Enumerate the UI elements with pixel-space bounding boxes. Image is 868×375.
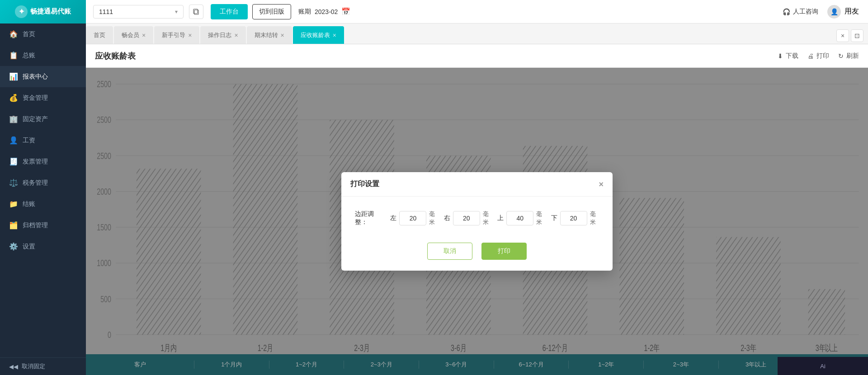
ledger-icon: 📋 <box>9 51 18 60</box>
top-margin-input[interactable] <box>506 211 533 225</box>
tab-label: 应收账龄表 <box>301 31 330 39</box>
sidebar-item-payroll[interactable]: 👤 工资 <box>0 130 86 151</box>
sidebar-item-reports[interactable]: 📊 报表中心 <box>0 66 86 87</box>
sidebar-item-ledger[interactable]: 📋 总账 <box>0 45 86 66</box>
print-label: 打印 <box>816 52 829 60</box>
sidebar-item-archive[interactable]: 🗂️ 归档管理 <box>0 215 86 236</box>
refresh-icon: ↻ <box>838 52 844 60</box>
user-area[interactable]: 👤 用友 <box>827 5 859 19</box>
workbench-button[interactable]: 工作台 <box>211 4 248 19</box>
pin-icon: ◀◀ <box>9 363 18 370</box>
home-icon: 🏠 <box>9 30 18 38</box>
tab-close-icon[interactable]: × <box>142 32 146 39</box>
support-button[interactable]: 🎧 人工咨询 <box>783 8 818 16</box>
collapse-label: 取消固定 <box>22 362 45 370</box>
margin-bottom-group: 下 毫米 <box>551 210 599 226</box>
margin-label: 边距调整： <box>355 210 385 226</box>
logo-area: ✦ 畅捷通易代账 <box>0 0 86 23</box>
tax-icon: ⚖️ <box>9 178 18 187</box>
ai-assistant-bar[interactable]: Ai <box>778 357 868 375</box>
tab-label: 畅会员 <box>122 31 139 39</box>
sidebar-item-label: 设置 <box>23 243 35 251</box>
period-area: 账期 2023-02 📅 <box>298 7 350 16</box>
page-title: 应收账龄表 <box>95 51 136 61</box>
sidebar-item-invoice[interactable]: 🧾 发票管理 <box>0 151 86 172</box>
sidebar-item-label: 归档管理 <box>23 221 48 230</box>
margin-settings-row: 边距调整： 左 毫米 右 毫米 <box>355 210 599 226</box>
margin-left-group: 左 毫米 <box>390 210 438 226</box>
payroll-icon: 👤 <box>9 136 18 145</box>
calendar-icon[interactable]: 📅 <box>341 7 350 16</box>
copy-button[interactable] <box>189 5 203 19</box>
invoice-icon: 🧾 <box>9 157 18 166</box>
tab-bar: 首页 畅会员 × 新手引导 × 操作日志 × 期末结转 × 应收账龄表 × <box>86 23 868 44</box>
sidebar-item-label: 结账 <box>23 200 35 208</box>
bottom-label: 下 <box>551 214 557 222</box>
left-unit: 毫米 <box>429 210 438 226</box>
tab-actions: × ⊡ <box>836 29 868 44</box>
old-version-button[interactable]: 切到旧版 <box>252 4 291 19</box>
sidebar-item-label: 发票管理 <box>23 158 48 166</box>
sidebar-item-label: 报表中心 <box>23 73 48 81</box>
tab-oplog[interactable]: 操作日志 × <box>200 26 245 44</box>
sidebar: 🏠 首页 📋 总账 📊 报表中心 💰 资金管理 🏢 固定资产 👤 工资 <box>0 23 86 375</box>
sidebar-item-label: 首页 <box>23 30 35 38</box>
company-name: 1111 <box>99 8 171 15</box>
user-name: 用友 <box>844 7 859 16</box>
tab-label: 期末结转 <box>255 31 278 39</box>
margin-right-group: 右 毫米 <box>444 210 492 226</box>
page-actions: ⬇ 下载 🖨 打印 ↻ 刷新 <box>778 52 859 60</box>
support-label: 人工咨询 <box>793 8 818 16</box>
tab-close-all-button[interactable]: × <box>836 29 849 42</box>
settle-icon: 📁 <box>9 200 18 208</box>
headset-icon: 🎧 <box>783 8 790 15</box>
sidebar-item-tax[interactable]: ⚖️ 税务管理 <box>0 172 86 193</box>
sidebar-collapse-button[interactable]: ◀◀ 取消固定 <box>0 357 86 375</box>
sidebar-item-home[interactable]: 🏠 首页 <box>0 23 86 45</box>
print-icon: 🖨 <box>807 52 814 60</box>
top-header: ✦ 畅捷通易代账 1111 ▾ 工作台 切到旧版 账期 2023-02 📅 🎧 … <box>0 0 868 23</box>
tab-close-icon[interactable]: × <box>188 32 192 39</box>
bottom-margin-input[interactable] <box>560 211 587 225</box>
company-selector[interactable]: 1111 ▾ <box>93 5 184 19</box>
period-label: 账期 <box>298 8 311 16</box>
bottom-unit: 毫米 <box>590 210 599 226</box>
print-button[interactable]: 🖨 打印 <box>807 52 829 60</box>
left-margin-input[interactable] <box>399 211 426 225</box>
sidebar-item-assets[interactable]: 🏢 固定资产 <box>0 108 86 130</box>
refresh-button[interactable]: ↻ 刷新 <box>838 52 859 60</box>
tab-close-icon[interactable]: × <box>333 32 336 39</box>
print-settings-modal: 打印设置 × 边距调整： 左 毫米 右 <box>341 172 613 271</box>
main-layout: 🏠 首页 📋 总账 📊 报表中心 💰 资金管理 🏢 固定资产 👤 工资 <box>0 23 868 375</box>
settings-icon: ⚙️ <box>9 242 18 251</box>
right-margin-input[interactable] <box>453 211 480 225</box>
reports-icon: 📊 <box>9 72 18 81</box>
ai-label: Ai <box>820 363 826 370</box>
sidebar-item-funds[interactable]: 💰 资金管理 <box>0 87 86 108</box>
tab-member[interactable]: 畅会员 × <box>114 26 153 44</box>
sidebar-item-settle[interactable]: 📁 结账 <box>0 193 86 215</box>
download-button[interactable]: ⬇ 下载 <box>778 52 798 60</box>
tab-aging[interactable]: 应收账龄表 × <box>293 26 344 44</box>
sidebar-item-label: 固定资产 <box>23 115 48 123</box>
download-icon: ⬇ <box>778 52 783 60</box>
funds-icon: 💰 <box>9 94 18 102</box>
sidebar-item-settings[interactable]: ⚙️ 设置 <box>0 236 86 257</box>
sidebar-item-label: 工资 <box>23 136 35 145</box>
tab-guide[interactable]: 新手引导 × <box>154 26 199 44</box>
company-dropdown-icon: ▾ <box>175 9 178 15</box>
tab-close-icon[interactable]: × <box>281 32 284 39</box>
modal-body: 边距调整： 左 毫米 右 毫米 <box>341 197 613 235</box>
tab-close-icon[interactable]: × <box>234 32 238 39</box>
modal-close-button[interactable]: × <box>599 180 604 188</box>
tab-label: 首页 <box>94 31 105 39</box>
tab-period-end[interactable]: 期末结转 × <box>247 26 292 44</box>
tab-fullscreen-button[interactable]: ⊡ <box>851 29 863 42</box>
logo-text: ✦ 畅捷通易代账 <box>15 5 71 18</box>
print-confirm-button[interactable]: 打印 <box>481 243 527 260</box>
modal-overlay: 打印设置 × 边距调整： 左 毫米 右 <box>86 68 868 375</box>
cancel-button[interactable]: 取消 <box>427 243 472 260</box>
chart-table-wrapper: 2500 2500 2500 2000 1500 1000 500 0 <box>86 68 868 375</box>
header-right: 🎧 人工咨询 👤 用友 <box>783 5 868 19</box>
tab-home[interactable]: 首页 <box>86 26 113 44</box>
